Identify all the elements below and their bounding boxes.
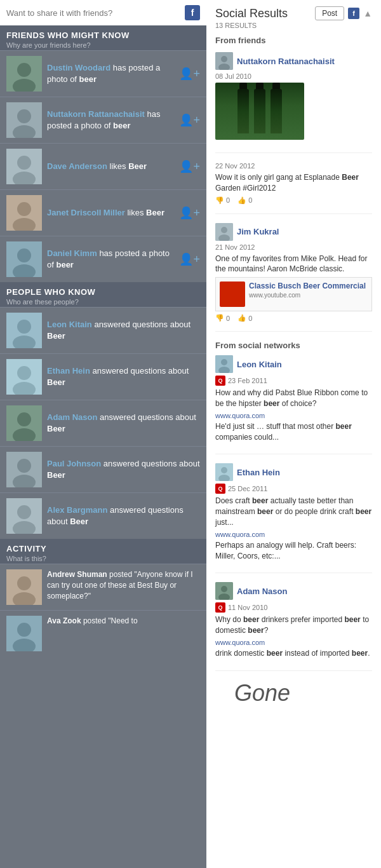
friend-text: Daniel Kimm has posted a photo of beer (47, 248, 171, 271)
svg-point-10 (17, 202, 31, 216)
link-info: Classic Busch Beer Commercial www.youtub… (249, 281, 366, 307)
avatar (6, 452, 42, 487)
avatar (6, 569, 42, 605)
social-name[interactable]: Leon Kitain (237, 360, 282, 369)
social-url[interactable]: www.quora.com (215, 412, 372, 419)
social-result-0: Nuttakorn Rattanachaisit 08 Jul 2010 (215, 52, 372, 153)
friend-name[interactable]: Dave Anderson (47, 161, 107, 171)
like-count: 👎 0 (215, 196, 230, 205)
avatar (6, 149, 42, 184)
people-item-4: Alex Bargmann answered questions about B… (0, 492, 206, 539)
person-action: answered questions about (94, 320, 190, 329)
activity-person-name: Ava Zook (47, 616, 81, 625)
quora-icon: Q (215, 602, 225, 613)
social-url[interactable]: www.quora.com (215, 531, 372, 538)
thumbs-up-icon: 👍 (237, 196, 246, 205)
people-item-2: Adam Nason answered questions about Beer (0, 400, 206, 446)
social-name[interactable]: Adam Nason (237, 587, 287, 596)
friend-text: Ethan Hein answered questions about Beer (47, 365, 200, 388)
link-url: www.youtube.com (249, 292, 366, 299)
person-keyword: Beer (47, 331, 65, 341)
social-url[interactable]: www.quora.com (215, 639, 372, 646)
people-section-header: PEOPLE WHO KNOW Who are these people? (0, 282, 206, 307)
social-text: One of my favorites from Mike Polk. Head… (215, 254, 372, 275)
friends-section-title: FRIENDS WHO MIGHT KNOW (6, 31, 200, 40)
social-date: 22 Nov 2012 (215, 162, 372, 170)
add-friend-button[interactable]: 👤+ (179, 159, 200, 173)
svg-point-34 (17, 623, 31, 637)
svg-point-19 (17, 366, 31, 380)
add-friend-button[interactable]: 👤+ (179, 67, 200, 81)
friend-keyword: beer (113, 121, 130, 130)
source-date: Q 25 Dec 2011 (215, 484, 372, 494)
activity-item-0: Andrew Shuman posted "Anyone know if I c… (0, 564, 206, 610)
friend-action: likes (127, 208, 146, 217)
social-text: Wow it is only girl gang at Esplanade Be… (215, 172, 372, 194)
from-friends-label: From friends (215, 36, 372, 47)
add-friend-button[interactable]: 👤+ (179, 206, 200, 220)
social-actions: 👎 0 👍 0 (215, 196, 372, 205)
quora-icon: Q (215, 484, 225, 494)
collapse-button[interactable]: ▲ (363, 8, 372, 18)
thumbs-down-icon: 👎 (215, 196, 224, 205)
friend-item-1: Nuttakorn Rattanachaisit has posted a ph… (0, 97, 206, 143)
social-result-header: Leon Kitain (215, 355, 372, 373)
social-extra: drink domestic beer instead of imported … (215, 648, 372, 659)
social-name[interactable]: Jim Kukral (237, 227, 279, 236)
svg-point-4 (17, 109, 31, 123)
social-result-header: Jim Kukral (215, 223, 372, 241)
person-name[interactable]: Ethan Hein (47, 366, 90, 376)
person-name[interactable]: Paul Johnson (47, 459, 101, 468)
friend-name[interactable]: Janet Driscoll Miller (47, 208, 125, 217)
social-results-header: Social Results Post f ▲ (215, 6, 372, 20)
svg-point-37 (221, 56, 227, 62)
friend-text: Leon Kitain answered questions about Bee… (47, 319, 200, 342)
social-name[interactable]: Nuttakorn Rattanachaisit (237, 57, 335, 66)
friend-name[interactable]: Daniel Kimm (47, 248, 97, 258)
avatar (6, 195, 42, 231)
friend-item-0: Dustin Woodard has posted a photo of bee… (0, 50, 206, 97)
left-panel: f FRIENDS WHO MIGHT KNOW Why are your fr… (0, 0, 206, 868)
post-btn-area: Post f ▲ (315, 6, 372, 20)
post-facebook-icon: f (348, 8, 359, 19)
social-text: How and why did Pabst Blue Ribbon come t… (215, 388, 372, 409)
activity-section-subtitle: What is this? (6, 555, 200, 562)
person-keyword: Beer (47, 470, 65, 480)
source-date: Q 11 Nov 2010 (215, 602, 372, 613)
friend-item-2: Dave Anderson likes Beer 👤+ (0, 143, 206, 189)
add-friend-button[interactable]: 👤+ (179, 252, 200, 266)
add-friend-button[interactable]: 👤+ (179, 113, 200, 127)
person-name[interactable]: Leon Kitain (47, 320, 92, 329)
avatar (6, 498, 42, 534)
social-result-header: Ethan Hein (215, 463, 372, 481)
svg-point-40 (221, 227, 227, 233)
comment-count: 👍 0 (237, 196, 252, 205)
social-date: 23 Feb 2011 (228, 377, 267, 384)
link-preview[interactable]: Classic Busch Beer Commercial www.youtub… (215, 277, 372, 311)
beer-photo (215, 83, 304, 140)
avatar (6, 102, 42, 138)
avatar (6, 405, 42, 441)
activity-text: Ava Zook posted "Need to (47, 616, 138, 627)
social-date: 25 Dec 2011 (228, 485, 267, 492)
person-name[interactable]: Adam Nason (47, 412, 97, 422)
avatar (6, 56, 42, 92)
social-date: 08 Jul 2010 (215, 72, 372, 80)
network-result-1: Ethan Hein Q 25 Dec 2011 Does craft beer… (215, 463, 372, 573)
friend-text: Nuttakorn Rattanachaisit has posted a ph… (47, 109, 171, 132)
friend-keyword: Beer (128, 161, 147, 171)
post-button[interactable]: Post (315, 6, 344, 20)
social-result-header: Adam Nason (215, 582, 372, 600)
person-action: answered questions about (104, 459, 200, 468)
friend-name[interactable]: Dustin Woodard (47, 63, 110, 72)
right-panel: Social Results Post f ▲ 13 RESULTS From … (206, 0, 381, 868)
person-name[interactable]: Alex Bargmann (47, 505, 107, 515)
social-text: Why do beer drinkers prefer imported bee… (215, 614, 372, 636)
search-input[interactable] (6, 8, 181, 18)
social-results-title: Social Results (215, 7, 288, 20)
friend-name[interactable]: Nuttakorn Rattanachaisit (47, 109, 145, 119)
social-extra: Perhaps an analogy will help. Craft beer… (215, 540, 372, 562)
social-name[interactable]: Ethan Hein (237, 468, 280, 477)
svg-point-22 (17, 412, 31, 426)
friend-item-3: Janet Driscoll Miller likes Beer 👤+ (0, 189, 206, 236)
